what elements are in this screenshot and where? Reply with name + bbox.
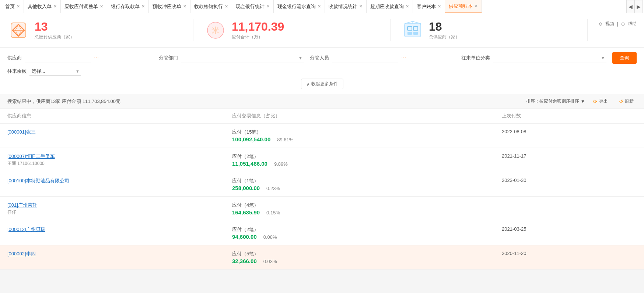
- header-lastpay: 上次付数: [502, 113, 637, 119]
- help-link[interactable]: 帮助: [628, 21, 637, 27]
- supplier-col-2: [000100]本特勤油品有限公司: [7, 177, 232, 184]
- dept-select[interactable]: [181, 54, 304, 62]
- tx-row-3: 164,635.900.15%: [232, 208, 502, 216]
- search-button[interactable]: 查询: [612, 52, 637, 64]
- filter-item-category: 往来单位分类 ▼: [461, 54, 607, 62]
- svg-text:米: 米: [211, 26, 220, 35]
- supplier-link-1[interactable]: [000007]恒旺二手叉车: [7, 154, 55, 159]
- filter-area: 供应商 ··· 分管部门 ▼ 分管人员 ··· 往来单位分类: [0, 48, 644, 94]
- close-tab-cash-bank-stat[interactable]: ✕: [266, 4, 270, 9]
- close-tab-supplier-ledger[interactable]: ✕: [475, 4, 478, 8]
- tx-percent-1: 9.89%: [274, 161, 288, 167]
- collapse-button[interactable]: ∧ 收起更多条件: [301, 79, 343, 89]
- table-row[interactable]: [000012]广州贝瑞应付（2笔）94,600.000.08%2021-03-…: [0, 221, 644, 245]
- nav-tab-cash-bank-query[interactable]: 现金银行流水查询✕: [274, 0, 325, 13]
- nav-tab-ar-ap-adjust[interactable]: 应收应付调整单✕: [61, 0, 107, 13]
- table-row[interactable]: [000002]李四应付（5笔）32,366.000.03%2020-11-20: [0, 245, 644, 270]
- balance-select-wrapper: 选择... ▼: [29, 67, 81, 76]
- dept-label: 分管部门: [159, 55, 178, 61]
- close-tab-collection-exec[interactable]: ✕: [225, 4, 228, 9]
- tx-col-5: 应付（5笔）32,366.000.03%: [232, 251, 502, 264]
- nav-tab-customer-ledger[interactable]: 客户账本✕: [413, 0, 445, 13]
- person-input[interactable]: [332, 54, 398, 62]
- lastpay-col-1: 2021-11-17: [502, 153, 637, 159]
- svg-rect-9: [405, 24, 421, 37]
- nav-tab-bank-deposit[interactable]: 银行存取款单✕: [107, 0, 149, 13]
- supplier-col-1: [000007]恒旺二手叉车王通 17106110000: [7, 153, 232, 167]
- person-dots-icon[interactable]: ···: [401, 55, 406, 61]
- supplier-link-4[interactable]: [000012]广州贝瑞: [7, 227, 45, 232]
- nav-tab-home[interactable]: 首页✕: [1, 0, 24, 13]
- nav-arrow-left[interactable]: ◀: [626, 0, 634, 13]
- results-bar: 搜索结果中，供应商13家 应付金额 111,703,854.00元 排序：按应付…: [0, 94, 644, 109]
- balance-dropdown-icon: ▼: [76, 69, 80, 73]
- table-row[interactable]: [000007]恒旺二手叉车王通 17106110000应付（2笔）11,051…: [0, 148, 644, 172]
- close-tab-ar-ap-adjust[interactable]: ✕: [100, 4, 103, 9]
- sort-selector[interactable]: 排序：按应付余额倒序排序 ▼: [526, 98, 585, 104]
- supplier-sub-1: 王通 17106110000: [7, 161, 232, 167]
- summary-bar: 13 总应付供应商（家） 米 11,170.39 应付合计（万）: [0, 13, 644, 48]
- refresh-button[interactable]: ↺ 刷新: [616, 97, 637, 106]
- table-body: [000001]张三应付（15笔）100,092,540.0089.61%202…: [0, 124, 644, 270]
- svg-line-15: [413, 21, 421, 24]
- payable-suppliers-label: 总应付供应商（家）: [35, 34, 74, 40]
- close-tab-collection-stat[interactable]: ✕: [359, 4, 363, 9]
- close-tab-overdue-ar[interactable]: ✕: [406, 4, 409, 9]
- tx-amount-2: 258,000.00: [232, 185, 260, 191]
- summary-card-payable-total: 米 11,170.39 应付合计（万）: [204, 19, 391, 41]
- supplier-input[interactable]: [25, 54, 91, 62]
- table-header: 供应商信息 应付交易信息（占比） 上次付数: [0, 109, 644, 124]
- nav-tab-overdue-ar[interactable]: 超期应收款查询✕: [367, 0, 413, 13]
- balance-select[interactable]: 选择...: [29, 67, 81, 75]
- top-navigation: 首页✕其他收入单✕应收应付调整单✕银行存取款单✕预收冲应收单✕收款核销执行✕现金…: [0, 0, 644, 13]
- supplier-link-3[interactable]: [001]广州荣轩: [7, 202, 37, 208]
- export-button[interactable]: ⟳ 导出: [590, 97, 611, 106]
- table-row[interactable]: [000001]张三应付（15笔）100,092,540.0089.61%202…: [0, 124, 644, 148]
- close-tab-prepay-ar[interactable]: ✕: [183, 4, 186, 9]
- close-tab-customer-ledger[interactable]: ✕: [438, 4, 441, 9]
- summary-content-1: 13 总应付供应商（家）: [35, 20, 74, 40]
- tx-amount-4: 94,600.00: [232, 234, 257, 240]
- lastpay-date-4: 2021-03-25: [502, 226, 526, 232]
- nav-tab-supplier-ledger[interactable]: 供应商账本✕: [445, 0, 482, 13]
- filter-row-2: 往来余额 选择... ▼: [7, 67, 637, 76]
- tx-row-4: 94,600.000.08%: [232, 233, 502, 240]
- supplier-link-2[interactable]: [000100]本特勤油品有限公司: [7, 178, 69, 183]
- supplier-col-0: [000001]张三: [7, 129, 232, 135]
- tx-col-2: 应付（1笔）258,000.000.23%: [232, 177, 502, 191]
- video-link[interactable]: 视频: [605, 21, 614, 27]
- collapse-label: 收起更多条件: [311, 81, 338, 87]
- nav-tab-prepay-ar[interactable]: 预收冲应收单✕: [149, 0, 190, 13]
- tx-percent-0: 89.61%: [277, 137, 293, 142]
- supplier-link-5[interactable]: [000002]李四: [7, 251, 36, 256]
- close-tab-other-income[interactable]: ✕: [53, 4, 57, 9]
- close-tab-home[interactable]: ✕: [17, 4, 20, 9]
- svg-rect-13: [413, 32, 418, 35]
- supplier-dots-icon[interactable]: ···: [94, 55, 99, 61]
- lastpay-col-2: 2023-01-30: [502, 177, 637, 183]
- lastpay-col-0: 2022-08-08: [502, 129, 637, 134]
- lastpay-date-0: 2022-08-08: [502, 129, 526, 134]
- close-tab-bank-deposit[interactable]: ✕: [141, 4, 145, 9]
- nav-tab-other-income[interactable]: 其他收入单✕: [24, 0, 61, 13]
- table-row[interactable]: [001]广州荣轩仔仔应付（4笔）164,635.900.15%: [0, 197, 644, 221]
- close-tab-cash-bank-query[interactable]: ✕: [318, 4, 321, 9]
- category-select-wrapper: ▼: [493, 54, 607, 62]
- supplier-link-0[interactable]: [000001]张三: [7, 129, 36, 135]
- lastpay-col-4: 2021-03-25: [502, 226, 637, 232]
- tx-amount-5: 32,366.00: [232, 258, 257, 264]
- summary-card-payable-suppliers: 13 总应付供应商（家）: [7, 19, 193, 41]
- tx-row-5: 32,366.000.03%: [232, 257, 502, 264]
- svg-rect-12: [407, 32, 412, 35]
- tx-amount-1: 11,051,486.00: [232, 161, 267, 167]
- nav-arrow-right[interactable]: ▶: [634, 0, 643, 13]
- payable-total-label: 应付合计（万）: [232, 34, 284, 40]
- category-select[interactable]: [493, 54, 607, 62]
- lastpay-date-5: 2020-11-20: [502, 251, 526, 256]
- nav-tab-cash-bank-stat[interactable]: 现金银行统计✕: [232, 0, 274, 13]
- table-row[interactable]: [000100]本特勤油品有限公司应付（1笔）258,000.000.23%20…: [0, 172, 644, 197]
- nav-tab-collection-stat[interactable]: 收款情况统计✕: [325, 0, 367, 13]
- nav-tab-collection-exec[interactable]: 收款核销执行✕: [190, 0, 232, 13]
- balance-label: 往来余额: [7, 68, 27, 75]
- payable-total-value: 11,170.39: [232, 20, 284, 33]
